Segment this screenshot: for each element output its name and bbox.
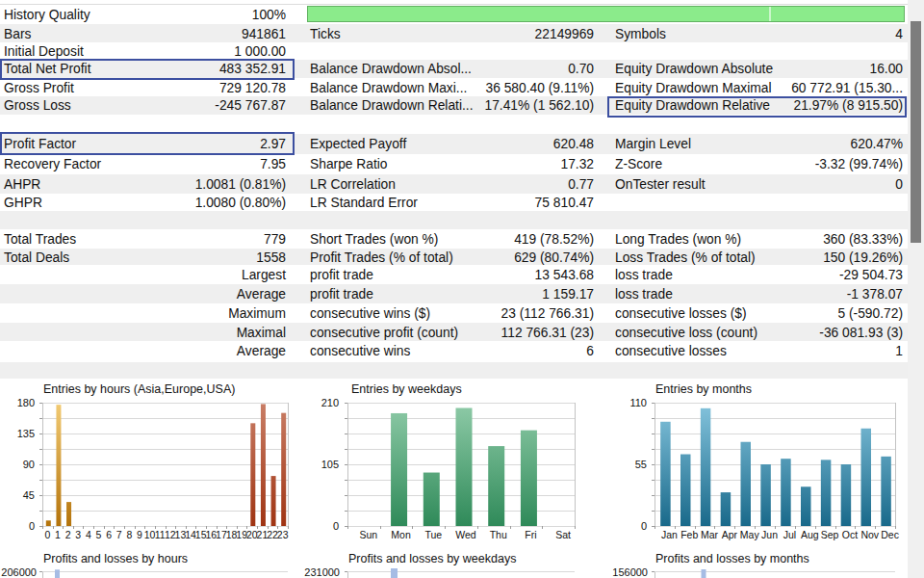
svg-text:Feb: Feb [680, 529, 698, 540]
svg-text:Profits and losses by hours: Profits and losses by hours [43, 552, 188, 565]
svg-text:Aug: Aug [801, 529, 819, 540]
svg-text:Entries by weekdays: Entries by weekdays [351, 382, 462, 396]
svg-text:Mar: Mar [701, 529, 719, 540]
svg-text:7: 7 [116, 529, 122, 540]
svg-text:4: 4 [86, 529, 91, 540]
svg-text:Sun: Sun [360, 529, 378, 540]
svg-text:6: 6 [106, 529, 112, 540]
svg-text:0: 0 [44, 529, 50, 540]
svg-text:9: 9 [137, 529, 142, 540]
svg-text:231000: 231000 [304, 566, 340, 578]
svg-text:0: 0 [333, 520, 339, 532]
svg-text:210: 210 [321, 397, 339, 408]
svg-text:Entries by hours (Asia,Europe,: Entries by hours (Asia,Europe,USA) [43, 382, 235, 396]
svg-text:Entries by months: Entries by months [655, 382, 752, 396]
svg-text:Jan: Jan [661, 529, 678, 540]
svg-text:Oct: Oct [842, 529, 858, 540]
svg-text:110: 110 [629, 397, 647, 408]
svg-text:Wed: Wed [455, 529, 476, 540]
svg-text:45: 45 [23, 489, 35, 501]
svg-text:Sat: Sat [555, 529, 571, 540]
svg-text:Apr: Apr [722, 529, 738, 540]
svg-text:1: 1 [55, 529, 61, 540]
svg-text:55: 55 [635, 459, 647, 470]
svg-text:0: 0 [641, 520, 647, 532]
svg-text:Sep: Sep [821, 529, 839, 540]
svg-text:5: 5 [96, 529, 102, 540]
svg-text:156000: 156000 [612, 566, 648, 578]
svg-text:Jul: Jul [783, 529, 796, 540]
svg-text:23: 23 [277, 529, 289, 540]
svg-text:Tue: Tue [424, 529, 442, 540]
svg-text:Profits and losses by weekdays: Profits and losses by weekdays [348, 552, 516, 565]
svg-text:Nov: Nov [860, 529, 879, 540]
svg-text:Dec: Dec [881, 529, 899, 540]
svg-text:135: 135 [17, 428, 35, 439]
svg-text:8: 8 [126, 529, 132, 540]
svg-text:May: May [740, 529, 760, 540]
svg-text:3: 3 [75, 529, 81, 540]
svg-text:Jun: Jun [761, 529, 778, 540]
svg-text:Thu: Thu [490, 529, 507, 540]
svg-text:105: 105 [321, 459, 339, 470]
svg-text:206000: 206000 [1, 566, 37, 578]
svg-text:Profits and losses by months: Profits and losses by months [655, 552, 809, 565]
svg-text:2: 2 [65, 529, 71, 540]
svg-text:0: 0 [29, 520, 35, 532]
svg-text:90: 90 [23, 459, 35, 470]
svg-text:Fri: Fri [525, 529, 536, 540]
svg-text:Mon: Mon [391, 529, 411, 540]
svg-text:180: 180 [17, 397, 35, 408]
